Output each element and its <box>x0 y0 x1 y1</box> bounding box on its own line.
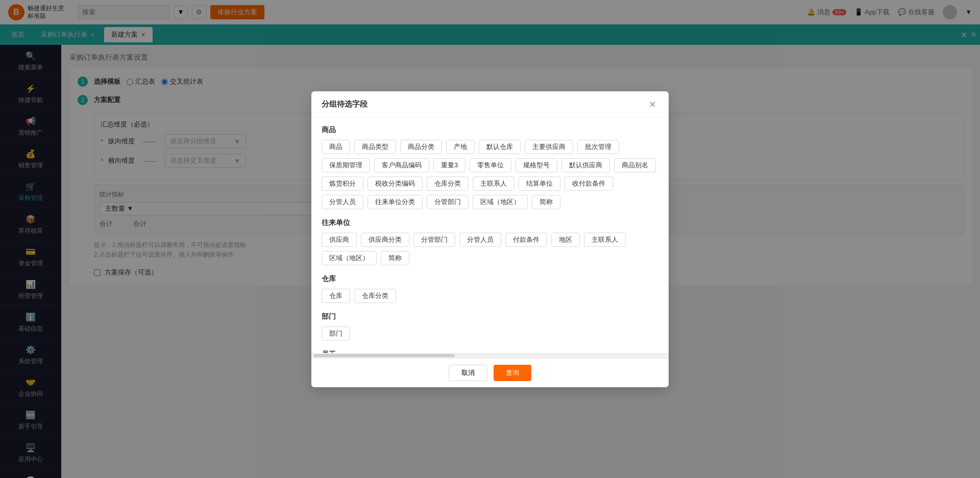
field-chip[interactable]: 默认仓库 <box>479 140 521 154</box>
field-chip[interactable]: 付款条件 <box>505 233 547 247</box>
field-chip[interactable]: 结算单位 <box>519 177 560 191</box>
modal-cancel-button[interactable]: 取消 <box>449 365 487 381</box>
modal-footer: 取消 查询 <box>311 358 669 387</box>
section-warehouse: 仓库 仓库仓库分类 <box>322 274 658 303</box>
field-chip[interactable]: 部门 <box>322 326 350 341</box>
modal-body: 商品 商品商品类型商品分类产地默认仓库主要供应商批次管理保质期管理客户商品编码重… <box>311 117 669 353</box>
field-chip[interactable]: 商品别名 <box>614 158 656 172</box>
section-warehouse-chips: 仓库仓库分类 <box>322 289 658 303</box>
field-chip[interactable]: 分管部门 <box>427 195 469 209</box>
field-chip[interactable]: 简称 <box>532 195 560 209</box>
section-partner: 往来单位 供应商供应商分类分管部门分管人员付款条件地区主联系人区域（地区）简称 <box>322 218 658 265</box>
section-warehouse-title: 仓库 <box>322 274 658 284</box>
field-chip[interactable]: 产地 <box>446 140 475 154</box>
modal-title: 分组待选字段 <box>322 99 368 109</box>
field-chip[interactable]: 区域（地区） <box>322 251 377 265</box>
field-chip[interactable]: 炼货积分 <box>322 177 363 191</box>
field-chip[interactable]: 批次管理 <box>577 140 619 154</box>
section-goods-chips: 商品商品类型商品分类产地默认仓库主要供应商批次管理保质期管理客户商品编码重量3零… <box>322 140 658 209</box>
field-chip[interactable]: 往来单位分类 <box>368 195 423 209</box>
field-chip[interactable]: 供应商分类 <box>361 233 409 247</box>
field-select-modal: 分组待选字段 ✕ 商品 商品商品类型商品分类产地默认仓库主要供应商批次管理保质期… <box>311 91 669 387</box>
modal-close-button[interactable]: ✕ <box>646 98 658 111</box>
modal-header: 分组待选字段 ✕ <box>311 91 669 117</box>
field-chip[interactable]: 默认供应商 <box>561 158 610 172</box>
field-chip[interactable]: 分管部门 <box>413 233 455 247</box>
section-dept: 部门 部门 <box>322 312 658 341</box>
section-dept-title: 部门 <box>322 312 658 321</box>
field-chip[interactable]: 区域（地区） <box>473 195 528 209</box>
field-chip[interactable]: 保质期管理 <box>322 158 370 172</box>
field-chip[interactable]: 主要供应商 <box>525 140 573 154</box>
field-chip[interactable]: 仓库 <box>322 289 350 303</box>
modal-hscroll-bar <box>313 354 455 357</box>
section-goods-title: 商品 <box>322 125 658 135</box>
field-chip[interactable]: 简称 <box>381 251 409 265</box>
field-chip[interactable]: 仓库分类 <box>354 289 396 303</box>
field-chip[interactable]: 商品分类 <box>400 140 442 154</box>
field-chip[interactable]: 重量3 <box>433 158 465 172</box>
field-chip[interactable]: 地区 <box>551 233 580 247</box>
section-goods: 商品 商品商品类型商品分类产地默认仓库主要供应商批次管理保质期管理客户商品编码重… <box>322 125 658 209</box>
section-partner-title: 往来单位 <box>322 218 658 228</box>
field-chip[interactable]: 零售单位 <box>470 158 511 172</box>
field-chip[interactable]: 商品 <box>322 140 350 154</box>
modal-hscroll <box>311 353 669 358</box>
field-chip[interactable]: 分管人员 <box>459 233 501 247</box>
field-chip[interactable]: 客户商品编码 <box>374 158 429 172</box>
field-chip[interactable]: 主联系人 <box>473 177 514 191</box>
field-chip[interactable]: 税收分类编码 <box>368 177 423 191</box>
section-partner-chips: 供应商供应商分类分管部门分管人员付款条件地区主联系人区域（地区）简称 <box>322 233 658 265</box>
field-chip[interactable]: 分管人员 <box>322 195 363 209</box>
field-chip[interactable]: 供应商 <box>322 233 357 247</box>
field-chip[interactable]: 商品类型 <box>354 140 396 154</box>
field-chip[interactable]: 收付款条件 <box>565 177 613 191</box>
field-chip[interactable]: 主联系人 <box>584 233 626 247</box>
field-chip[interactable]: 规格型号 <box>516 158 557 172</box>
modal-overlay: 分组待选字段 ✕ 商品 商品商品类型商品分类产地默认仓库主要供应商批次管理保质期… <box>0 0 980 478</box>
section-dept-chips: 部门 <box>322 326 658 341</box>
field-chip[interactable]: 仓库分类 <box>427 177 469 191</box>
modal-confirm-button[interactable]: 查询 <box>494 365 531 381</box>
